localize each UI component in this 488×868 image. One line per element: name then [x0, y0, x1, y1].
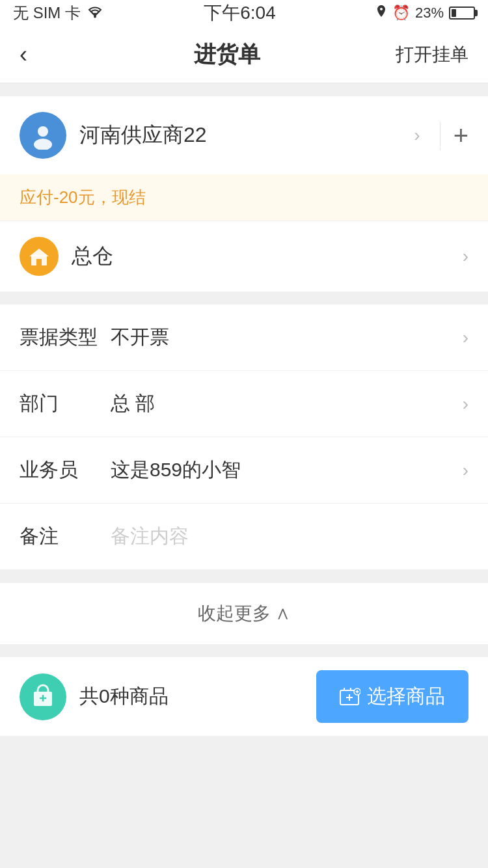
select-product-button[interactable]: 选择商品	[316, 670, 468, 723]
department-label: 部门	[20, 390, 111, 417]
invoice-type-chevron-icon: ›	[463, 327, 468, 348]
remark-label: 备注	[20, 523, 111, 550]
supplier-name: 河南供应商22	[79, 121, 414, 150]
remark-row[interactable]: 备注 备注内容	[0, 504, 488, 569]
salesperson-value: 这是859的小智	[111, 457, 463, 483]
department-row[interactable]: 部门 总 部 ›	[0, 371, 488, 437]
warehouse-icon	[20, 237, 59, 276]
supplier-avatar	[20, 112, 66, 159]
collapse-row[interactable]: 收起更多 ∧	[0, 582, 488, 644]
battery-icon	[449, 7, 475, 20]
supplier-section: 河南供应商22 › + 应付-20元，现结 总仓 ›	[0, 96, 488, 292]
content-area: 河南供应商22 › + 应付-20元，现结 总仓 › 票据类型 不开票	[0, 83, 488, 868]
warehouse-name: 总仓	[72, 242, 463, 271]
open-pending-button[interactable]: 打开挂单	[396, 42, 468, 67]
department-chevron-icon: ›	[463, 394, 468, 414]
battery-percent: 23%	[415, 5, 444, 21]
notice-text: 应付-20元，现结	[20, 187, 146, 207]
alarm-icon: ⏰	[392, 5, 410, 21]
invoice-type-label: 票据类型	[20, 324, 111, 351]
collapse-label: 收起更多 ∧	[198, 603, 291, 623]
salesperson-label: 业务员	[20, 457, 111, 483]
wifi-icon	[86, 4, 104, 22]
select-product-label: 选择商品	[367, 683, 445, 710]
notice-bar: 应付-20元，现结	[0, 174, 488, 221]
salesperson-row[interactable]: 业务员 这是859的小智 ›	[0, 437, 488, 504]
warehouse-chevron-icon: ›	[463, 246, 468, 267]
status-bar-right: ⏰ 23%	[375, 4, 475, 22]
svg-marker-4	[29, 249, 49, 256]
salesperson-chevron-icon: ›	[463, 460, 468, 481]
svg-rect-5	[36, 259, 42, 265]
carrier-label: 无 SIM 卡	[13, 3, 81, 23]
svg-point-2	[34, 139, 52, 150]
svg-point-0	[94, 16, 96, 18]
supplier-chevron-icon: ›	[414, 125, 420, 146]
product-count-label: 共0种商品	[79, 683, 316, 710]
add-supplier-button[interactable]: +	[440, 121, 468, 150]
supplier-row[interactable]: 河南供应商22 › +	[0, 96, 488, 174]
gray-fill-area	[0, 736, 488, 868]
location-icon	[375, 4, 387, 22]
status-bar-left: 无 SIM 卡	[13, 3, 104, 23]
back-button[interactable]: ‹	[20, 41, 59, 68]
bottom-action-bar: 共0种商品 选择商品	[0, 657, 488, 736]
page-title: 进货单	[194, 40, 260, 70]
department-value: 总 部	[111, 390, 463, 417]
svg-point-1	[38, 126, 48, 137]
product-icon	[20, 673, 66, 720]
status-bar: 无 SIM 卡 下午6:04 ⏰ 23%	[0, 0, 488, 26]
gap-1	[0, 83, 488, 96]
invoice-type-row[interactable]: 票据类型 不开票 ›	[0, 305, 488, 371]
nav-bar: ‹ 进货单 打开挂单	[0, 26, 488, 83]
status-bar-time: 下午6:04	[204, 1, 276, 25]
form-section: 票据类型 不开票 › 部门 总 部 › 业务员 这是859的小智 › 备注 备注…	[0, 305, 488, 569]
warehouse-row[interactable]: 总仓 ›	[0, 221, 488, 292]
invoice-type-value: 不开票	[111, 324, 463, 351]
remark-input[interactable]: 备注内容	[111, 523, 468, 550]
